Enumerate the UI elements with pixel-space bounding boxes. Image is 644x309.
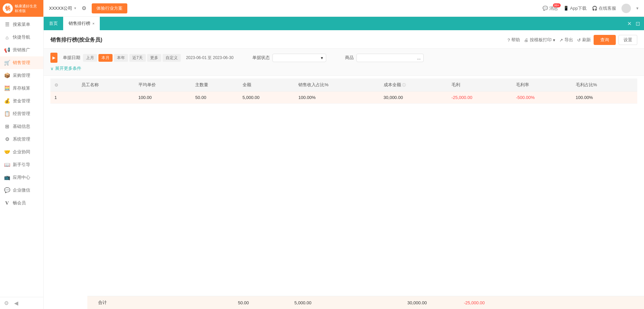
tab-close-icon[interactable]: × bbox=[92, 21, 94, 25]
settings-icon[interactable]: ⚙ bbox=[82, 5, 86, 11]
guide-icon: 📖 bbox=[4, 162, 10, 168]
col-gross-pct: 毛利占比% bbox=[572, 79, 637, 92]
cell-name bbox=[77, 92, 134, 104]
settings-page-btn[interactable]: 设置 bbox=[618, 35, 637, 45]
cell-gross: -25,000.00 bbox=[447, 92, 512, 104]
date-btn-last-month[interactable]: 上月 bbox=[83, 54, 97, 62]
goods-input[interactable]: ... bbox=[356, 54, 424, 62]
app-download-btn[interactable]: 📱 App下载 bbox=[563, 5, 587, 11]
date-btn-7days[interactable]: 近7天 bbox=[129, 54, 146, 62]
template-print-btn[interactable]: 🖨 按模板打印 ▾ bbox=[524, 37, 555, 43]
col-cost: 成本全额 ⓘ bbox=[380, 79, 447, 92]
col-settings[interactable]: ⚙ bbox=[50, 79, 77, 92]
sidebar-item-operations[interactable]: 📋 经营管理 bbox=[0, 107, 43, 120]
sidebar-item-marketing[interactable]: 📢 营销推广 bbox=[0, 44, 43, 56]
cell-sales-pct: 100.00% bbox=[294, 92, 379, 104]
company-selector[interactable]: XXXXX公司 ▾ bbox=[49, 5, 76, 11]
content-inner: 销售排行榜(按业务员) ? 帮助 🖨 按模板打印 ▾ ↗ bbox=[44, 30, 644, 309]
logo-icon: 畅 bbox=[3, 3, 13, 13]
main-area: XXXXX公司 ▾ ⚙ 体验行业方案 💬 消息 99+ 📱 App下载 🎧 在线… bbox=[44, 0, 644, 309]
weixin-icon: 💬 bbox=[4, 187, 10, 193]
col-gross: 毛利 bbox=[447, 79, 512, 92]
restore-window-icon[interactable]: ⊡ bbox=[636, 20, 640, 27]
table-header-row: ⚙ 员工名称 平均单价 主数量 全额 销售收入占比% 成本全额 ⓘ 毛利 毛利率 bbox=[50, 79, 637, 92]
message-badge: 99+ bbox=[553, 3, 561, 7]
cost-info-icon: ⓘ bbox=[402, 83, 406, 87]
message-btn[interactable]: 💬 消息 99+ bbox=[543, 5, 558, 11]
sidebar-item-finance[interactable]: 💰 资金管理 bbox=[0, 95, 43, 107]
filter-date: 单据日期 上月 本月 本年 近7天 更多 自定义 bbox=[63, 54, 181, 62]
export-btn[interactable]: ↗ 导出 bbox=[559, 37, 573, 43]
refresh-btn[interactable]: ↺ 刷新 bbox=[577, 37, 591, 43]
table-footer: 合计 50.00 5,000.00 30,000.00 -25,000.00 bbox=[87, 296, 644, 309]
enterprise-icon: 🤝 bbox=[4, 149, 10, 155]
logo-text: 畅康通好生意 标准版 bbox=[15, 4, 37, 13]
status-filter-label: 单据状态 bbox=[252, 55, 270, 61]
inventory-icon: 🧮 bbox=[4, 85, 10, 91]
settings-bottom-icon[interactable]: ⚙ bbox=[4, 300, 9, 306]
sidebar-item-enterprise[interactable]: 🤝 企业协同 bbox=[0, 146, 43, 158]
query-btn[interactable]: 查询 bbox=[594, 35, 616, 45]
online-service-btn[interactable]: 🎧 在线客服 bbox=[592, 5, 616, 11]
sidebar-item-purchase[interactable]: 📦 采购管理 bbox=[0, 69, 43, 82]
date-btn-this-year[interactable]: 本年 bbox=[114, 54, 128, 62]
footer-label: 合计 bbox=[98, 300, 125, 306]
marketing-icon: 📢 bbox=[4, 47, 10, 53]
mobile-icon: 📱 bbox=[563, 6, 569, 11]
date-filter-label: 单据日期 bbox=[63, 55, 80, 61]
headset-icon: 🎧 bbox=[592, 6, 597, 11]
cell-gross-rate: -500.00% bbox=[512, 92, 572, 104]
filter-goods: 商品 ... bbox=[345, 54, 424, 62]
member-icon: V bbox=[4, 200, 10, 206]
cell-cost: 30,000.00 bbox=[380, 92, 447, 104]
sidebar-item-member[interactable]: V 畅会员 bbox=[0, 197, 43, 209]
filter-row-1: ▶ 单据日期 上月 本月 本年 近7天 更多 自定义 2023-06 bbox=[50, 53, 637, 63]
sales-ranking-table: ⚙ 员工名称 平均单价 主数量 全额 销售收入占比% 成本全额 ⓘ 毛利 毛利率 bbox=[50, 79, 637, 104]
date-btn-more[interactable]: 更多 bbox=[147, 54, 161, 62]
date-btn-this-month[interactable]: 本月 bbox=[98, 54, 113, 62]
status-select[interactable]: ▾ bbox=[272, 54, 326, 62]
page-header: 销售排行榜(按业务员) ? 帮助 🖨 按模板打印 ▾ ↗ bbox=[44, 30, 644, 49]
purchase-icon: 📦 bbox=[4, 72, 10, 79]
expand-more-btn[interactable]: ∨ 展开更多条件 bbox=[50, 65, 637, 71]
trial-btn[interactable]: 体验行业方案 bbox=[92, 3, 127, 13]
cell-rank: 1 bbox=[50, 92, 77, 104]
col-name: 员工名称 bbox=[77, 79, 134, 92]
col-avg-price: 平均单价 bbox=[134, 79, 191, 92]
sidebar-item-newguide[interactable]: 📖 新手引导 bbox=[0, 158, 43, 171]
sidebar-nav: ☰ 搜索菜单 ⌂ 快捷导航 📢 营销推广 🛒 销售管理 📦 采购管理 🧮 库存核… bbox=[0, 17, 43, 297]
sidebar-item-inventory[interactable]: 🧮 库存核算 bbox=[0, 82, 43, 95]
date-range-display: 2023-06-01 至 2023-06-30 bbox=[186, 55, 233, 61]
date-btn-custom[interactable]: 自定义 bbox=[163, 54, 181, 62]
status-chevron-icon: ▾ bbox=[321, 55, 323, 60]
col-settings-icon: ⚙ bbox=[54, 83, 58, 88]
sidebar-item-appstore[interactable]: 📺 应用中心 bbox=[0, 171, 43, 184]
table-container: ⚙ 员工名称 平均单价 主数量 全额 销售收入占比% 成本全额 ⓘ 毛利 毛利率 bbox=[44, 79, 644, 104]
col-amount: 全额 bbox=[239, 79, 294, 92]
operations-icon: 📋 bbox=[4, 111, 10, 117]
sidebar-item-system[interactable]: ⚙ 系统管理 bbox=[0, 133, 43, 146]
page-actions: ? 帮助 🖨 按模板打印 ▾ ↗ 导出 ↺ bbox=[508, 37, 591, 43]
sidebar-item-search[interactable]: ☰ 搜索菜单 bbox=[0, 18, 43, 31]
content-area: 销售排行榜(按业务员) ? 帮助 🖨 按模板打印 ▾ ↗ bbox=[44, 30, 644, 309]
close-window-icon[interactable]: ✕ bbox=[627, 20, 632, 27]
cell-gross-pct: 100.00% bbox=[572, 92, 637, 104]
tab-home[interactable]: 首页 bbox=[44, 17, 63, 30]
filter-toggle-btn[interactable]: ▶ bbox=[50, 53, 57, 63]
help-btn[interactable]: ? 帮助 bbox=[508, 37, 520, 43]
sidebar-item-weixin[interactable]: 💬 企业微信 bbox=[0, 184, 43, 197]
collapse-icon[interactable]: ◀ bbox=[14, 300, 18, 306]
sidebar-item-basics[interactable]: ⊞ 基础信息 bbox=[0, 120, 43, 133]
sidebar-item-sales[interactable]: 🛒 销售管理 bbox=[0, 56, 43, 69]
message-icon: 💬 bbox=[543, 6, 548, 11]
filter-area: ▶ 单据日期 上月 本月 本年 近7天 更多 自定义 2023-06 bbox=[44, 49, 644, 76]
filter-status: 单据状态 ▾ bbox=[252, 54, 326, 62]
footer-amount: 5,000.00 bbox=[294, 300, 351, 305]
cell-avg-price: 100.00 bbox=[134, 92, 191, 104]
user-avatar[interactable] bbox=[621, 4, 631, 13]
header-right: 💬 消息 99+ 📱 App下载 🎧 在线客服 ▾ bbox=[543, 4, 639, 13]
basics-icon: ⊞ bbox=[4, 123, 10, 130]
print-icon: 🖨 bbox=[524, 38, 528, 43]
tab-sales-ranking[interactable]: 销售排行榜 × bbox=[63, 17, 100, 30]
sidebar-item-shortcut[interactable]: ⌂ 快捷导航 bbox=[0, 31, 43, 44]
